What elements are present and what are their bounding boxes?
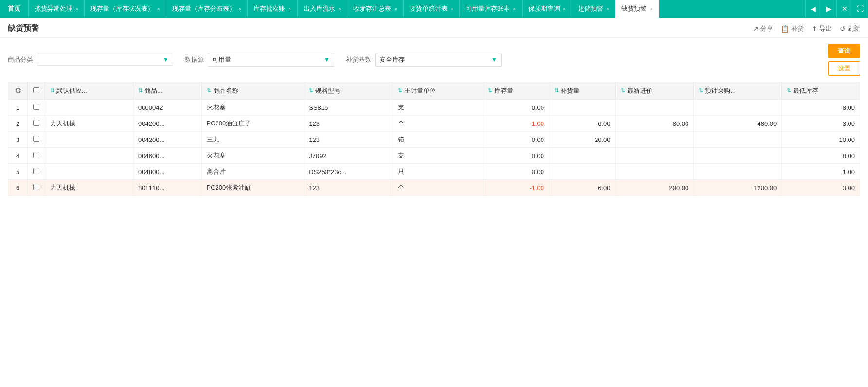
datasource-select[interactable]: 可用量 ▼ (208, 53, 334, 67)
col-header-stock: ⇅库存量 (483, 82, 549, 100)
table-row: 4004600...火花塞J7092支0.008.00 (8, 148, 860, 164)
nav-tab-7[interactable]: 要货单统计表× (404, 0, 460, 18)
nav-tab-10[interactable]: 超储预警× (572, 0, 615, 18)
row-supplier-5: 力天机械 (45, 180, 133, 196)
nav-tab-1[interactable]: 拣货异常处理× (29, 0, 85, 18)
nav-tab-close-11[interactable]: × (650, 6, 652, 12)
table-row: 2力天机械004200...PC200油缸庄子123个-1.006.0080.0… (8, 116, 860, 132)
nav-tab-close-8[interactable]: × (513, 6, 516, 12)
table-header-row: ⚙⇅默认供应...⇅商品...⇅商品名称⇅规格型号⇅主计量单位⇅库存量⇅补货量⇅… (8, 82, 860, 100)
nav-prev-btn[interactable]: ◀ (806, 0, 821, 18)
col-header-gear[interactable]: ⚙ (8, 82, 28, 100)
row-latest-price-5: 200.00 (615, 180, 694, 196)
replenish-value: 安全库存 (380, 55, 405, 64)
row-product-name-0: 火花塞 (201, 100, 304, 116)
table-container: ⚙⇅默认供应...⇅商品...⇅商品名称⇅规格型号⇅主计量单位⇅库存量⇅补货量⇅… (0, 82, 868, 196)
nav-tab-close-9[interactable]: × (563, 6, 566, 12)
sort-icon-replenish: ⇅ (554, 88, 559, 94)
nav-tab-3[interactable]: 现存量（库存分布表）× (166, 0, 248, 18)
row-stock-5: -1.00 (483, 180, 549, 196)
row-product-code-0: 0000042 (133, 100, 201, 116)
nav-tab-close-10[interactable]: × (606, 6, 609, 12)
nav-tab-0[interactable]: 首页 (0, 0, 29, 18)
col-label-unit: 主计量单位 (404, 87, 436, 95)
category-select[interactable]: ▼ (37, 54, 173, 66)
row-select-checkbox-0[interactable] (33, 104, 39, 110)
header-action-补货[interactable]: 📋补货 (781, 24, 804, 33)
header-action-刷新[interactable]: ↺刷新 (840, 24, 860, 33)
nav-fullscreen-btn[interactable]: ⛶ (852, 0, 868, 18)
replenish-select[interactable]: 安全库存 ▼ (375, 53, 502, 67)
col-header-replenish: ⇅补货量 (549, 82, 615, 100)
row-select-checkbox-2[interactable] (33, 136, 39, 142)
row-supplier-2 (45, 132, 133, 148)
row-checkbox-5[interactable] (28, 180, 45, 196)
nav-tab-label-0: 首页 (8, 4, 20, 13)
row-checkbox-1[interactable] (28, 116, 45, 132)
row-select-checkbox-1[interactable] (33, 120, 39, 126)
nav-tab-8[interactable]: 可用量库存账本× (460, 0, 522, 18)
row-est-purchase-5: 1200.00 (694, 180, 782, 196)
datasource-filter-group: 数据源 可用量 ▼ (185, 53, 334, 67)
row-min-stock-4: 1.00 (782, 164, 860, 180)
row-select-checkbox-3[interactable] (33, 152, 39, 158)
sort-icon-latest_price: ⇅ (621, 88, 625, 94)
row-checkbox-2[interactable] (28, 132, 45, 148)
setting-button[interactable]: 设置 (828, 61, 860, 76)
row-latest-price-3 (615, 148, 694, 164)
row-unit-1: 个 (393, 116, 483, 132)
nav-tab-11[interactable]: 缺货预警× (615, 0, 659, 18)
nav-tab-close-7[interactable]: × (451, 6, 453, 12)
row-checkbox-3[interactable] (28, 148, 45, 164)
nav-close-btn[interactable]: ✕ (837, 0, 852, 18)
nav-tab-6[interactable]: 收发存汇总表× (347, 0, 403, 18)
header-action-分享[interactable]: ↗分享 (753, 24, 773, 33)
nav-tab-5[interactable]: 出入库流水× (298, 0, 347, 18)
nav-tab-2[interactable]: 现存量（库存状况表）× (85, 0, 166, 18)
nav-tab-close-2[interactable]: × (157, 6, 160, 12)
nav-tab-9[interactable]: 保质期查询× (523, 0, 572, 18)
row-supplier-3 (45, 148, 133, 164)
row-index-0: 1 (8, 100, 28, 116)
col-header-latest_price: ⇅最新进价 (615, 82, 694, 100)
row-select-checkbox-4[interactable] (33, 168, 39, 174)
select-all-checkbox[interactable] (33, 87, 39, 93)
nav-tab-close-6[interactable]: × (394, 6, 397, 12)
row-stock-3: 0.00 (483, 148, 549, 164)
row-checkbox-0[interactable] (28, 100, 45, 116)
header-action-icon-2: ⬆ (812, 25, 817, 33)
sort-icon-est_purchase: ⇅ (699, 88, 703, 94)
nav-tab-label-10: 超储预警 (578, 4, 603, 13)
row-checkbox-4[interactable] (28, 164, 45, 180)
query-button[interactable]: 查询 (828, 44, 860, 58)
nav-tab-close-4[interactable]: × (288, 6, 291, 12)
col-label-supplier: 默认供应... (56, 87, 87, 95)
row-unit-2: 箱 (393, 132, 483, 148)
page-title: 缺货预警 (8, 23, 39, 34)
row-min-stock-3: 8.00 (782, 148, 860, 164)
nav-tab-close-1[interactable]: × (75, 6, 78, 12)
sort-icon-supplier: ⇅ (50, 88, 54, 94)
sort-icon-spec: ⇅ (309, 88, 313, 94)
col-label-spec: 规格型号 (315, 87, 341, 95)
query-actions: 查询 设置 (828, 44, 860, 76)
row-product-name-3: 火花塞 (201, 148, 304, 164)
header-action-导出[interactable]: ⬆导出 (812, 24, 832, 33)
category-label: 商品分类 (8, 55, 33, 64)
row-product-code-3: 004600... (133, 148, 201, 164)
row-est-purchase-0 (694, 100, 782, 116)
row-spec-0: SS816 (304, 100, 393, 116)
row-product-code-1: 004200... (133, 116, 201, 132)
nav-tab-4[interactable]: 库存批次账× (248, 0, 297, 18)
row-product-code-4: 004800... (133, 164, 201, 180)
col-label-latest_price: 最新进价 (627, 87, 652, 95)
row-latest-price-2 (615, 132, 694, 148)
nav-next-btn[interactable]: ▶ (821, 0, 837, 18)
row-min-stock-5: 3.00 (782, 180, 860, 196)
col-header-check[interactable] (28, 82, 45, 100)
gear-button[interactable]: ⚙ (15, 86, 21, 95)
row-replenish-2: 20.00 (549, 132, 615, 148)
row-select-checkbox-5[interactable] (33, 184, 39, 190)
nav-tab-close-5[interactable]: × (338, 6, 341, 12)
nav-tab-close-3[interactable]: × (238, 6, 241, 12)
